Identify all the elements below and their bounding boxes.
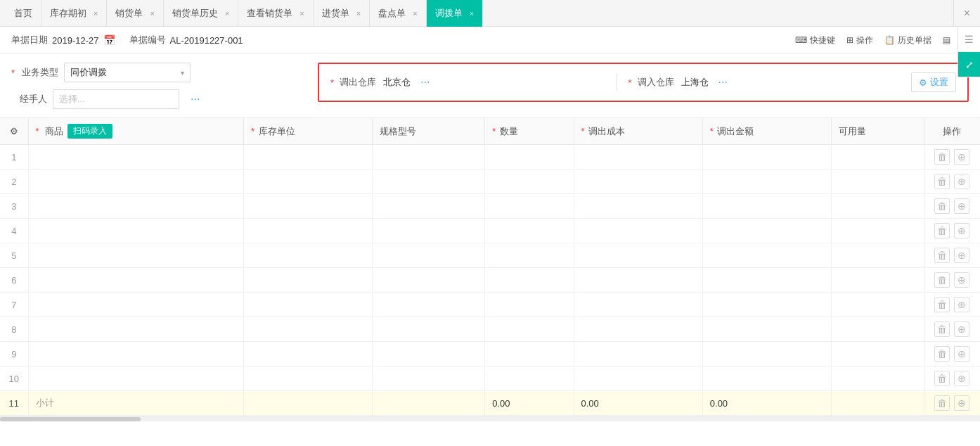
operator-more-icon[interactable]: ··· [191, 93, 200, 106]
cell-spec[interactable] [373, 145, 485, 170]
cell-out-amount[interactable] [702, 293, 831, 317]
cell-product[interactable] [28, 317, 244, 342]
close-icon[interactable]: × [150, 9, 154, 18]
cell-spec[interactable] [373, 219, 485, 243]
delete-icon[interactable]: 🗑 [934, 346, 950, 362]
cell-out-amount[interactable] [702, 367, 831, 391]
copy-icon[interactable]: ⊕ [954, 174, 969, 189]
settings-button[interactable]: ⚙ 设置 [911, 72, 956, 92]
cell-out-cost[interactable] [574, 145, 702, 170]
calendar-icon[interactable]: 📅 [103, 34, 115, 46]
cell-available[interactable] [832, 367, 924, 391]
copy-icon[interactable]: ⊕ [954, 149, 969, 165]
delete-icon[interactable]: 🗑 [934, 371, 950, 386]
cell-spec[interactable] [373, 342, 485, 367]
out-warehouse-more-icon[interactable]: ··· [420, 76, 430, 89]
cell-quantity[interactable] [485, 342, 574, 367]
cell-out-cost[interactable] [574, 342, 702, 367]
shortcuts-button[interactable]: ⌨ 快捷键 [795, 34, 835, 46]
cell-product[interactable] [28, 145, 244, 170]
close-icon[interactable]: × [299, 9, 304, 18]
copy-icon[interactable]: ⊕ [954, 371, 969, 386]
tab-view-sales[interactable]: 查看销货单 × [238, 0, 313, 27]
copy-icon[interactable]: ⊕ [954, 297, 969, 312]
cell-out-amount[interactable] [702, 219, 831, 243]
cell-available[interactable] [832, 293, 924, 317]
copy-icon[interactable]: ⊕ [954, 248, 969, 263]
cell-available[interactable] [832, 268, 924, 293]
cell-out-cost[interactable] [574, 367, 702, 391]
cell-spec[interactable] [373, 243, 485, 268]
close-icon[interactable]: × [94, 9, 98, 18]
cell-available[interactable] [832, 194, 924, 219]
cell-quantity[interactable] [485, 194, 574, 219]
close-icon[interactable]: × [470, 9, 474, 18]
business-type-select[interactable]: 同价调拨 ▾ [64, 63, 191, 82]
cell-product[interactable] [28, 342, 244, 367]
cell-available[interactable] [832, 170, 924, 194]
cell-unit[interactable] [244, 268, 373, 293]
scan-button[interactable]: 扫码录入 [67, 124, 112, 139]
cell-out-amount[interactable] [702, 268, 831, 293]
cell-spec[interactable] [373, 268, 485, 293]
cell-quantity[interactable] [485, 145, 574, 170]
copy-icon[interactable]: ⊕ [954, 272, 969, 288]
cell-product[interactable] [28, 367, 244, 391]
cell-unit[interactable] [244, 219, 373, 243]
delete-icon[interactable]: 🗑 [934, 297, 950, 312]
cell-out-amount[interactable] [702, 342, 831, 367]
cell-out-cost[interactable] [574, 268, 702, 293]
delete-icon[interactable]: 🗑 [934, 174, 950, 189]
in-warehouse-more-icon[interactable]: ··· [718, 76, 728, 89]
delete-icon[interactable]: 🗑 [934, 149, 950, 165]
cell-quantity[interactable] [485, 170, 574, 194]
cell-spec[interactable] [373, 194, 485, 219]
cell-unit[interactable] [244, 342, 373, 367]
cell-out-cost[interactable] [574, 317, 702, 342]
cell-out-cost[interactable] [574, 219, 702, 243]
cell-unit[interactable] [244, 145, 373, 170]
cell-quantity[interactable] [485, 268, 574, 293]
cell-out-amount[interactable] [702, 317, 831, 342]
cell-spec[interactable] [373, 367, 485, 391]
delete-icon[interactable]: 🗑 [934, 198, 950, 214]
copy-icon[interactable]: ⊕ [954, 346, 969, 362]
copy-icon[interactable]: ⊕ [954, 395, 969, 411]
cell-available[interactable] [832, 342, 924, 367]
layout-toggle-1[interactable]: ▤ [943, 35, 950, 45]
tab-inventory-init[interactable]: 库存期初 × [41, 0, 107, 27]
cell-quantity[interactable] [485, 367, 574, 391]
delete-icon[interactable]: 🗑 [934, 272, 950, 288]
cell-unit[interactable] [244, 367, 373, 391]
tab-inventory-check[interactable]: 盘点单 × [370, 0, 426, 27]
cell-spec[interactable] [373, 170, 485, 194]
th-gear[interactable]: ⚙ [0, 118, 28, 145]
tab-purchase-order[interactable]: 进货单 × [314, 0, 370, 27]
cell-available[interactable] [832, 145, 924, 170]
cell-product[interactable] [28, 194, 244, 219]
cell-quantity[interactable] [485, 293, 574, 317]
sidebar-list-icon[interactable]: ☰ [958, 27, 981, 52]
cell-available[interactable] [832, 219, 924, 243]
scrollbar-thumb[interactable] [0, 417, 141, 421]
cell-unit[interactable] [244, 317, 373, 342]
cell-product[interactable] [28, 170, 244, 194]
sidebar-expand-icon[interactable]: ⤢ [958, 52, 981, 77]
cell-quantity[interactable] [485, 243, 574, 268]
cell-quantity[interactable] [485, 317, 574, 342]
operator-select[interactable]: 选择... [53, 89, 179, 109]
close-icon[interactable]: × [413, 9, 417, 18]
cell-unit[interactable] [244, 293, 373, 317]
cell-unit[interactable] [244, 194, 373, 219]
tab-sales-history[interactable]: 销货单历史 × [164, 0, 238, 27]
cell-product[interactable] [28, 243, 244, 268]
cell-product[interactable] [28, 268, 244, 293]
delete-icon[interactable]: 🗑 [934, 321, 950, 337]
history-button[interactable]: 📋 历史单据 [884, 34, 931, 46]
horizontal-scrollbar[interactable] [0, 416, 980, 421]
cell-spec[interactable] [373, 317, 485, 342]
cell-out-amount[interactable] [702, 243, 831, 268]
copy-icon[interactable]: ⊕ [954, 223, 969, 238]
delete-icon[interactable]: 🗑 [934, 223, 950, 238]
cell-out-amount[interactable] [702, 170, 831, 194]
